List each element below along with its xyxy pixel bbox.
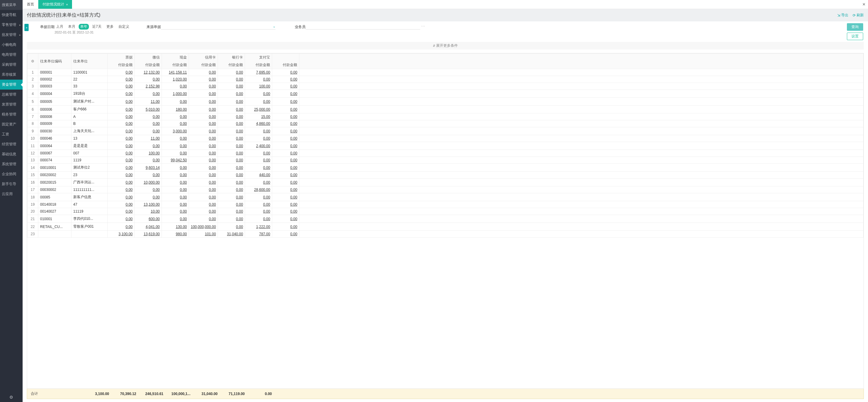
amount-link[interactable]: 0.00 bbox=[180, 99, 187, 104]
amount-link[interactable]: 0.00 bbox=[126, 158, 133, 162]
amount-link[interactable]: 0.00 bbox=[236, 195, 243, 199]
amount-link[interactable]: 0.00 bbox=[180, 217, 187, 221]
amount-link[interactable]: 0.00 bbox=[236, 151, 243, 155]
amount-link[interactable]: 13,619.00 bbox=[144, 232, 160, 236]
amount-link[interactable]: 12,132.00 bbox=[144, 70, 160, 75]
amount-link[interactable]: 0.00 bbox=[290, 158, 297, 162]
amount-link[interactable]: 0.00 bbox=[126, 70, 133, 75]
amount-link[interactable]: 0.00 bbox=[126, 77, 133, 81]
amount-link[interactable]: 0.00 bbox=[236, 173, 243, 177]
sidebar-item[interactable]: 批发管理▸ bbox=[0, 30, 23, 40]
amount-link[interactable]: 0.00 bbox=[126, 144, 133, 148]
amount-link[interactable]: 0.00 bbox=[180, 136, 187, 141]
amount-link[interactable]: 0.00 bbox=[236, 225, 243, 229]
sidebar-item[interactable]: 发票管理 bbox=[0, 99, 23, 110]
amount-link[interactable]: 0.00 bbox=[236, 202, 243, 207]
amount-link[interactable]: 4,041.00 bbox=[146, 225, 160, 229]
source-input[interactable] bbox=[161, 24, 276, 30]
column-header[interactable]: 往来单位编码 bbox=[38, 54, 71, 69]
amount-link[interactable]: 0.00 bbox=[263, 99, 270, 104]
amount-link[interactable]: 0.00 bbox=[263, 77, 270, 81]
sidebar-item[interactable]: 税务管理 bbox=[0, 110, 23, 119]
amount-link[interactable]: 0.00 bbox=[236, 144, 243, 148]
amount-link[interactable]: 0.00 bbox=[209, 121, 216, 126]
amount-link[interactable]: 0.00 bbox=[180, 202, 187, 207]
amount-link[interactable]: 0.00 bbox=[180, 151, 187, 155]
amount-link[interactable]: 0.00 bbox=[236, 77, 243, 81]
amount-link[interactable]: 3,100.00 bbox=[119, 232, 133, 236]
date-option[interactable]: 自定义 bbox=[117, 24, 131, 30]
amount-link[interactable]: 600.00 bbox=[149, 217, 160, 221]
amount-link[interactable]: 0.00 bbox=[153, 144, 160, 148]
amount-link[interactable]: 0.00 bbox=[236, 180, 243, 184]
amount-link[interactable]: 0.00 bbox=[290, 121, 297, 126]
sidebar-item[interactable]: 经营管理 bbox=[0, 139, 23, 149]
amount-link[interactable]: 0.00 bbox=[290, 202, 297, 207]
amount-link[interactable]: 0.00 bbox=[180, 188, 187, 192]
amount-link[interactable]: 0.00 bbox=[263, 92, 270, 96]
sidebar-item[interactable]: 电商管理 bbox=[0, 50, 23, 60]
sales-input[interactable] bbox=[306, 24, 420, 30]
amount-link[interactable]: 0.00 bbox=[153, 158, 160, 162]
amount-link[interactable]: 0.00 bbox=[153, 129, 160, 133]
table-container[interactable]: ⚙往来单位编码往来单位票据微信现金信用卡银行卡支付宝 付款金额付款金额付款金额付… bbox=[27, 53, 864, 389]
column-header[interactable]: 往来单位 bbox=[71, 54, 107, 69]
amount-link[interactable]: 15.00 bbox=[261, 115, 270, 119]
amount-link[interactable]: 0.00 bbox=[263, 151, 270, 155]
amount-link[interactable]: 0.00 bbox=[180, 84, 187, 88]
amount-link[interactable]: 4,860.00 bbox=[256, 121, 270, 126]
amount-link[interactable]: 0.00 bbox=[126, 166, 133, 170]
amount-link[interactable]: 0.00 bbox=[126, 99, 133, 104]
amount-link[interactable]: 0.00 bbox=[209, 136, 216, 141]
sidebar-item[interactable]: 资金管理 bbox=[0, 80, 23, 90]
amount-link[interactable]: 0.00 bbox=[209, 144, 216, 148]
column-sub-header[interactable]: 付款金额 bbox=[245, 61, 272, 69]
amount-link[interactable]: 1,020.00 bbox=[173, 77, 187, 81]
amount-link[interactable]: 1,000.00 bbox=[173, 92, 187, 96]
amount-link[interactable]: 0.00 bbox=[290, 77, 297, 81]
export-button[interactable]: ⇲导出 bbox=[837, 13, 848, 18]
amount-link[interactable]: 0.00 bbox=[290, 115, 297, 119]
amount-link[interactable]: 0.00 bbox=[209, 115, 216, 119]
table-row[interactable]: 9000030上海天天玩...0.000.003,000.000.000.000… bbox=[27, 127, 864, 135]
amount-link[interactable]: 0.00 bbox=[126, 173, 133, 177]
amount-link[interactable]: 0.00 bbox=[153, 188, 160, 192]
amount-link[interactable]: 0.00 bbox=[180, 195, 187, 199]
amount-link[interactable]: 0.00 bbox=[209, 166, 216, 170]
amount-link[interactable]: 0.00 bbox=[290, 188, 297, 192]
amount-link[interactable]: 10,000.00 bbox=[144, 180, 160, 184]
amount-link[interactable]: 0.00 bbox=[290, 70, 297, 75]
table-row[interactable]: 1900140018470.0013,100.000.000.000.000.0… bbox=[27, 201, 864, 208]
amount-link[interactable]: 0.00 bbox=[236, 129, 243, 133]
amount-link[interactable]: 0.00 bbox=[290, 84, 297, 88]
amount-link[interactable]: 0.00 bbox=[209, 99, 216, 104]
column-sub-header[interactable]: 付款金额 bbox=[189, 61, 218, 69]
amount-link[interactable]: 0.00 bbox=[209, 188, 216, 192]
amount-link[interactable]: 787.00 bbox=[259, 232, 270, 236]
date-option[interactable]: 近7天 bbox=[91, 24, 103, 30]
amount-link[interactable]: 0.00 bbox=[209, 195, 216, 199]
sidebar-item[interactable]: 新手引导 bbox=[0, 179, 23, 189]
amount-link[interactable]: 0.00 bbox=[180, 209, 187, 213]
amount-link[interactable]: 0.00 bbox=[126, 225, 133, 229]
amount-link[interactable]: 13,100.00 bbox=[144, 202, 160, 207]
collapse-handle[interactable]: » bbox=[24, 24, 29, 31]
date-option[interactable]: 上月 bbox=[55, 24, 65, 30]
amount-link[interactable]: 0.00 bbox=[236, 217, 243, 221]
column-sub-header[interactable]: 付款金额 bbox=[218, 61, 245, 69]
amount-link[interactable]: 0.00 bbox=[236, 115, 243, 119]
amount-link[interactable]: 0.00 bbox=[236, 107, 243, 112]
table-row[interactable]: 2000140027111190.0010.000.000.000.000.00… bbox=[27, 208, 864, 215]
table-row[interactable]: 1300007411190.000.0099,042.500.000.000.0… bbox=[27, 157, 864, 164]
amount-link[interactable]: 100.00 bbox=[259, 84, 270, 88]
amount-link[interactable]: 0.00 bbox=[180, 180, 187, 184]
amount-link[interactable]: 0.00 bbox=[236, 92, 243, 96]
amount-link[interactable]: 980.00 bbox=[176, 232, 187, 236]
amount-link[interactable]: 0.00 bbox=[290, 173, 297, 177]
amount-link[interactable]: 100.00 bbox=[149, 151, 160, 155]
amount-link[interactable]: 0.00 bbox=[209, 180, 216, 184]
amount-link[interactable]: 0.00 bbox=[209, 70, 216, 75]
date-option[interactable]: 本年 bbox=[79, 24, 89, 30]
table-row[interactable]: 4000004191B台0.000.001,000.000.000.000.00… bbox=[27, 90, 864, 98]
amount-link[interactable]: 0.00 bbox=[236, 70, 243, 75]
